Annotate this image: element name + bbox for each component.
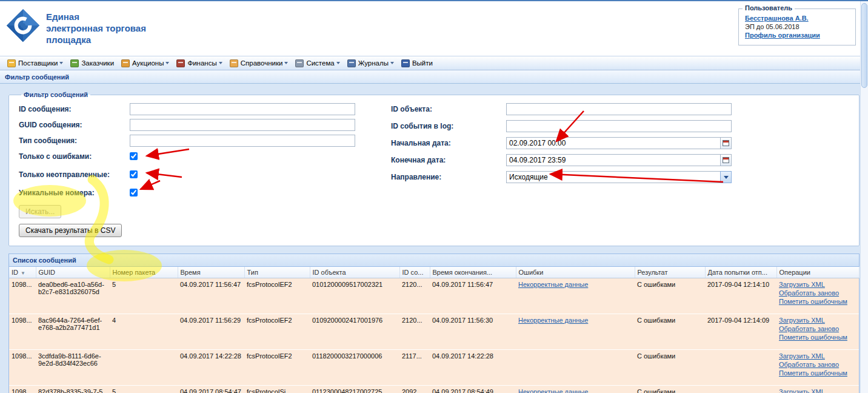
cell-type: fcsProtocolSi... [244,386,310,393]
direction-input[interactable] [506,171,720,183]
filter-row: Начальная дата: [391,137,849,150]
operation-link[interactable]: Загрузить XML [779,281,856,289]
col-header-attempt-date[interactable]: Дата попытки отп... [705,267,776,278]
col-header-end-time[interactable]: Время окончания... [430,267,516,278]
menu-item-customers[interactable]: Заказчики [68,56,119,70]
chevron-down-icon [165,62,169,64]
finance-icon [176,59,185,67]
cell-object-id: 0112300048217002725 [310,386,399,393]
operation-link[interactable]: Загрузить XML [779,352,856,360]
field-label: ID объекта: [391,103,506,113]
start-date-input[interactable] [506,137,720,149]
message-guid-input[interactable] [130,119,355,131]
cell-packet: 4 [110,314,178,350]
scrollbar-thumb[interactable] [861,3,867,88]
col-header-type[interactable]: Тип [244,267,310,278]
exit-icon [401,59,410,67]
field-label: ID сообщения: [19,103,130,113]
operation-link[interactable]: Обработать заново [779,325,856,333]
menu-item-directories[interactable]: Справочники [227,56,293,70]
download-csv-button[interactable]: Скачать результаты в CSV [19,224,122,237]
object-id-input[interactable] [506,103,732,115]
col-header-label: ID [12,269,18,276]
cell-operations: Загрузить XML [776,386,859,393]
cell-attempt-date: 2017-09-04 12:14:09 [705,314,776,350]
menu-item-auctions[interactable]: Аукционы [119,56,174,70]
menu-item-suppliers[interactable]: Поставщики [5,56,68,70]
col-header-label: Дата попытки отп... [708,269,767,276]
col-header-guid[interactable]: GUID [36,267,110,278]
cell-packet: 5 [110,278,178,314]
field-label: Только неотправленные: [19,169,130,179]
unique-numbers-checkbox[interactable] [130,189,138,196]
operation-link[interactable]: Обработать заново [779,361,856,369]
error-link[interactable]: Некорректные данные [518,281,588,288]
cell-guid: 8ac9644a-7264-e6ef-e768-a2b2a77471d1 [36,314,110,350]
menu-item-exit[interactable]: Выйти [399,56,438,70]
col-header-packet[interactable]: Номер пакета [110,267,178,278]
col-header-result[interactable]: Результат [635,267,705,278]
cell-type: fcsProtocolEF2 [244,278,310,314]
cell-errors: Некорректные данные [516,386,635,393]
operation-link[interactable]: Загрузить XML [779,317,856,324]
cell-attempt-date [705,350,776,386]
filter-row: Направление: [391,171,849,184]
vertical-scrollbar[interactable] [860,1,868,393]
end-date-input[interactable] [506,154,720,166]
cell-packet [110,350,178,386]
error-link[interactable]: Некорректные данные [518,388,588,393]
col-header-errors[interactable]: Ошибки [516,267,635,278]
error-link[interactable]: Некорректные данные [518,317,588,324]
calendar-icon [723,140,729,146]
search-button[interactable]: Искать... [19,205,61,218]
col-header-label: Время [181,269,201,276]
org-profile-link[interactable]: Профиль организации [745,32,849,39]
filter-row: ID объекта: [391,103,849,116]
operation-link[interactable]: Обработать заново [779,289,856,297]
log-event-id-input[interactable] [506,120,732,132]
logo-icon [6,8,40,42]
direction-dropdown-button[interactable] [720,171,732,183]
cell-type: fcsProtocolEF2 [244,350,310,386]
filter-fieldset: Фильтр сообщений ID сообщения: GUID сооб… [8,91,860,246]
col-header-id[interactable]: ID▼ [9,267,36,278]
col-header-event-id[interactable]: ID со... [399,267,430,278]
operation-link[interactable]: Пометить ошибочным [779,369,856,377]
field-label: Только с ошибками: [19,150,130,161]
col-header-label: Номер пакета [113,269,156,276]
menu-item-journals[interactable]: Журналы [345,56,399,70]
operation-link[interactable]: Пометить ошибочным [779,334,856,341]
messages-table: ID▼ GUID Номер пакета Время Тип ID объек… [9,267,860,393]
cell-guid: 82d378b-8335-39-7-5 [36,386,110,393]
brand-line-3: площадка [46,34,146,45]
logo [6,8,40,45]
menu-item-label: Финансы [187,59,216,67]
menu-item-finance[interactable]: Финансы [174,56,227,70]
only-errors-checkbox[interactable] [130,152,138,160]
cell-object-id: 0101200009517002321 [310,278,399,314]
col-header-label: Ошибки [519,269,544,276]
col-header-time[interactable]: Время [178,267,244,278]
user-name-link[interactable]: Бесстрашнова А.В. [745,15,849,22]
cell-id: 1098... [9,386,36,393]
menu-item-label: Поставщики [18,59,58,67]
operation-link[interactable]: Пометить ошибочным [779,298,856,306]
brand-line-1: Единая [46,11,146,22]
brand-title: Единая электронная торговая площадка [46,11,146,45]
message-id-input[interactable] [130,103,355,115]
col-header-operations[interactable]: Операции [776,267,859,278]
only-unsent-checkbox[interactable] [130,170,138,178]
filter-row: Уникальные номера: [19,187,391,200]
end-date-calendar-button[interactable] [720,154,732,166]
menu-item-system[interactable]: Система [293,56,344,70]
message-type-input[interactable] [130,135,355,147]
field-label: Тип сообщения: [19,135,130,145]
user-cert-info: ЭП до 05.06.2018 [745,23,849,30]
operation-link[interactable]: Загрузить XML [779,388,856,393]
col-header-object-id[interactable]: ID объекта [310,267,399,278]
filter-right-column: ID объекта: ID события в log: Начальная … [391,103,849,237]
cell-result: С ошибками [635,350,705,386]
menu-item-label: Журналы [358,59,389,67]
start-date-calendar-button[interactable] [720,137,732,149]
field-label: ID события в log: [391,120,506,130]
